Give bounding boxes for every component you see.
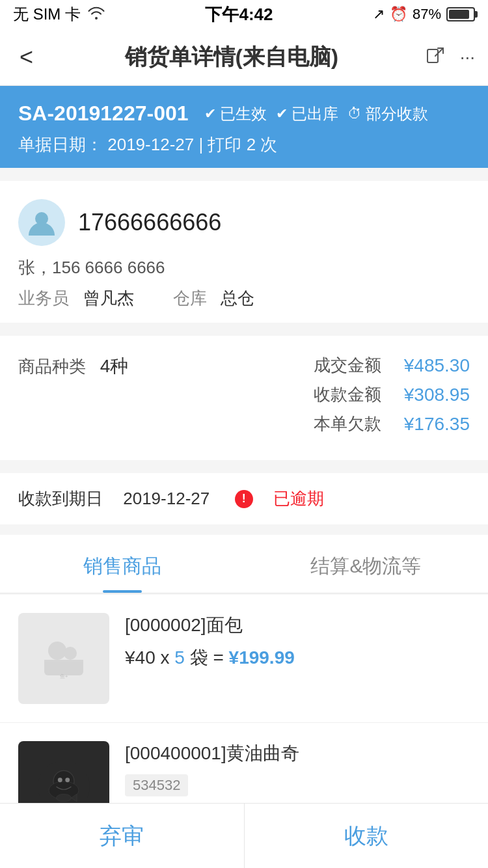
overdue-status: 已逾期: [273, 487, 324, 510]
battery-icon: [446, 7, 475, 21]
status-partial-label: 部分收款: [366, 103, 428, 124]
product-name-1: [0000002]面包: [125, 613, 470, 638]
cancel-button[interactable]: 弃审: [0, 804, 245, 868]
product-details-1: [0000002]面包 ¥40 x 5 袋 = ¥199.99: [125, 613, 470, 670]
svg-rect-0: [427, 49, 438, 62]
banner-date: 单据日期： 2019-12-27 | 打印 2 次: [18, 133, 470, 156]
svg-point-10: [57, 794, 72, 801]
bottom-bar: 弃审 收款: [0, 803, 488, 868]
alarm-icon: ⏰: [390, 6, 407, 23]
sales-person-value: 曾凡杰: [83, 288, 134, 308]
svg-point-9: [65, 778, 70, 782]
category-count: 4种: [100, 356, 129, 376]
header-banner: SA-20191227-001 ✔ 已生效 ✔ 已出库 ⏱ 部分收款 单据日期：…: [0, 86, 488, 168]
customer-meta: 业务员 曾凡杰 仓库 总仓: [18, 287, 470, 310]
check-icon-2: ✔: [276, 105, 288, 122]
price-sep-1: x: [161, 647, 175, 668]
product-price-1: ¥40 x 5 袋 = ¥199.99: [125, 645, 470, 670]
battery-percent: 87%: [413, 6, 441, 23]
svg-point-2: [48, 642, 66, 660]
customer-account: 17666666666: [78, 209, 221, 236]
stats-section: 商品种类 4种 成交金额 ¥485.30 收款金额 ¥308.95 本单欠款 ¥…: [0, 336, 488, 460]
order-date: 2019-12-27: [107, 135, 194, 154]
amount-label: 成交金额: [314, 354, 381, 377]
debt-label: 本单欠款: [314, 413, 381, 435]
product-sku-2: 534532: [125, 774, 188, 796]
qty-1: 5: [174, 647, 185, 668]
nav-bar: < 销货单详情(来自电脑) ···: [0, 29, 488, 86]
status-left: 无 SIM 卡: [13, 4, 105, 25]
amount-value: ¥485.30: [392, 355, 470, 376]
received-label: 收款金额: [314, 383, 381, 406]
print-count: 2: [247, 135, 256, 154]
customer-avatar: [18, 199, 65, 246]
customer-top: 17666666666: [18, 199, 470, 246]
wifi-icon: [87, 5, 105, 23]
date-label: 单据日期：: [18, 135, 103, 154]
banner-top: SA-20191227-001 ✔ 已生效 ✔ 已出库 ⏱ 部分收款: [18, 102, 470, 126]
overdue-warning-icon: !: [235, 490, 253, 508]
carrier-label: 无 SIM 卡: [13, 4, 81, 25]
status-right: ↗ ⏰ 87%: [373, 6, 475, 23]
received-value: ¥308.95: [392, 385, 470, 405]
received-row: 收款金额 ¥308.95: [314, 383, 470, 406]
total-1: ¥199.99: [229, 647, 295, 668]
back-button[interactable]: <: [13, 37, 40, 77]
check-icon-1: ✔: [204, 105, 216, 122]
status-shipped: ✔ 已出库: [276, 103, 338, 124]
print-suffix: 次: [260, 135, 277, 154]
svg-point-3: [64, 647, 77, 660]
product-name-2: [000400001]黄油曲奇: [125, 741, 470, 766]
financial-stats: 成交金额 ¥485.30 收款金额 ¥308.95 本单欠款 ¥176.35: [314, 354, 470, 442]
warehouse: 仓库 总仓: [173, 287, 255, 310]
page-title: 销货单详情(来自电脑): [125, 42, 339, 72]
clock-icon: ⏱: [347, 105, 362, 122]
debt-value: ¥176.35: [392, 414, 470, 435]
status-badges: ✔ 已生效 ✔ 已出库 ⏱ 部分收款: [204, 103, 428, 124]
nav-actions: ···: [424, 43, 475, 71]
print-separator: | 打印: [198, 135, 241, 154]
svg-text:鱼+: 鱼+: [60, 673, 68, 679]
tab-settlement[interactable]: 结算&物流等: [244, 535, 488, 593]
status-bar: 无 SIM 卡 下午4:42 ↗ ⏰ 87%: [0, 0, 488, 29]
location-icon: ↗: [373, 6, 385, 23]
category-label: 商品种类: [18, 357, 86, 376]
customer-section: 17666666666 张，156 6666 6666 业务员 曾凡杰 仓库 总…: [0, 181, 488, 323]
product-image-1: 鱼+: [18, 613, 109, 704]
order-id: SA-20191227-001: [18, 102, 189, 126]
list-item: 鱼+ [0000002]面包 ¥40 x 5 袋 = ¥199.99: [0, 595, 488, 723]
overdue-section: 收款到期日 2019-12-27 ! 已逾期: [0, 473, 488, 524]
amount-row: 成交金额 ¥485.30: [314, 354, 470, 377]
share-icon[interactable]: [424, 43, 447, 71]
status-shipped-label: 已出库: [291, 103, 338, 124]
status-effective-label: 已生效: [220, 103, 267, 124]
category-stats: 商品种类 4种: [18, 354, 128, 379]
status-effective: ✔ 已生效: [204, 103, 267, 124]
unit-1: 袋: [190, 647, 208, 668]
sales-person: 业务员 曾凡杰: [18, 287, 134, 310]
sales-person-label: 业务员: [18, 288, 69, 308]
status-partial: ⏱ 部分收款: [347, 103, 428, 124]
overdue-label: 收款到期日: [18, 487, 103, 510]
more-icon[interactable]: ···: [460, 47, 475, 68]
svg-point-8: [58, 778, 62, 782]
warehouse-value: 总仓: [221, 288, 254, 308]
tab-sales[interactable]: 销售商品: [0, 535, 244, 593]
status-time: 下午4:42: [205, 3, 273, 26]
price-base-1: ¥40: [125, 647, 156, 668]
equals-1: =: [213, 647, 228, 668]
tabs-section: 销售商品 结算&物流等: [0, 535, 488, 593]
overdue-date: 2019-12-27: [123, 489, 210, 509]
customer-contact: 张，156 6666 6666: [18, 256, 470, 279]
debt-row: 本单欠款 ¥176.35: [314, 413, 470, 435]
warehouse-label: 仓库: [173, 288, 207, 308]
confirm-button[interactable]: 收款: [245, 804, 489, 868]
